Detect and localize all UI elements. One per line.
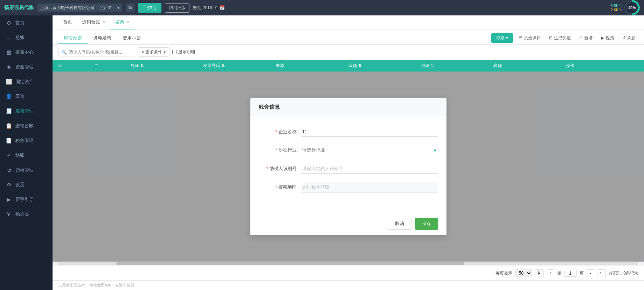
industry-select[interactable]: ∨: [301, 145, 438, 155]
inner-tab-purchase-invoice[interactable]: 进项发票: [88, 33, 117, 44]
company-name-label-text: 企业名称: [278, 129, 297, 134]
required-mark: *: [275, 147, 277, 153]
sidebar-item-settings[interactable]: ⚙ 设置: [0, 177, 53, 192]
search-box[interactable]: 🔍: [58, 48, 135, 56]
copy-icon-button[interactable]: ⧉: [126, 4, 134, 12]
inner-tab-purchase-label: 进项发票: [93, 35, 111, 41]
first-page-button[interactable]: K: [535, 269, 544, 277]
sidebar-item-label: 税务管理: [15, 137, 34, 144]
company-selector[interactable]: 上海卯金刀电子科技有限公司_（台201... ▾: [37, 4, 122, 12]
sidebar-item-archive[interactable]: 🗂 归档管理: [0, 163, 53, 177]
next-page-button[interactable]: ›: [587, 269, 594, 277]
tax-id-label: * 纳税人识别号: [259, 166, 301, 172]
source-header: 来源: [276, 63, 284, 69]
search-input[interactable]: [69, 50, 132, 55]
new-add-button[interactable]: ⊕ 新增: [576, 33, 595, 43]
assets-icon: ⬜: [6, 79, 12, 85]
inner-tab-expense[interactable]: 费用小票: [117, 33, 146, 44]
table-header: ⚙ ☐ 凭证 ⇅ 发票号码 ⇅ 来源 金额 ⇅ 税率: [53, 60, 644, 72]
filter-label: 更多条件: [145, 49, 162, 55]
page-number-input[interactable]: [564, 270, 577, 277]
video-button[interactable]: ▶ 视频: [598, 33, 617, 43]
cancel-button[interactable]: 取消: [388, 218, 411, 230]
save-button[interactable]: 保存: [415, 218, 438, 230]
table-col-action: 操作: [566, 63, 638, 69]
table-col-tax-amount: 税额: [493, 63, 566, 69]
sidebar: ⊙ 首页 ≡ 总账 ▦ 报表中心 ◈ 资金管理 ⬜ 固定资产 👤 工资: [0, 15, 53, 290]
tab-sales[interactable]: 进销台账 ✕: [77, 15, 110, 29]
app-shell: 畅康通易代账 上海卯金刀电子科技有限公司_（台201... ▾ ⧉ 工作台 切到…: [0, 0, 644, 290]
refresh-button[interactable]: ↺ 刷新: [619, 33, 638, 43]
network-info: 8.5K/s 2.6K/s: [611, 4, 622, 12]
sidebar-item-close[interactable]: ✓ 结账: [0, 148, 53, 163]
sidebar-item-label: 资金管理: [15, 64, 34, 70]
table-col-amount: 金额 ⇅: [348, 63, 421, 69]
show-detail-label: 显示明细: [178, 49, 195, 55]
required-mark: *: [275, 184, 277, 190]
page-word2: 页: [580, 270, 584, 276]
settings-icon: ⚙: [6, 182, 12, 188]
sidebar-item-label: 工资: [15, 93, 25, 100]
app-logo: 畅康通易代账: [4, 5, 34, 11]
table-col-invoice-no: 发票号码 ⇅: [203, 63, 276, 69]
sidebar-item-guide[interactable]: ▶ 新手引导: [0, 192, 53, 207]
modal-footer: 取消 保存: [250, 212, 446, 235]
upload-speed: 8.5K/s: [611, 4, 622, 8]
percent-circle: 49%: [624, 0, 640, 15]
calendar-icon[interactable]: 📅: [220, 5, 225, 10]
scrollbar-thumb[interactable]: [116, 262, 464, 265]
get-ticket-label: 取票: [496, 35, 505, 41]
horizontal-scrollbar[interactable]: [53, 262, 644, 266]
tab-invoice-close[interactable]: ✕: [126, 20, 130, 24]
per-page-select[interactable]: 50: [515, 269, 532, 277]
search-toolbar: 🔍 ▾ 更多条件 ▾ 显示明细: [53, 45, 644, 60]
prev-page-button[interactable]: ‹: [547, 269, 554, 277]
sidebar-item-ledger[interactable]: ≡ 总账: [0, 30, 53, 45]
show-detail-input[interactable]: [172, 50, 177, 54]
company-name-input[interactable]: [301, 127, 438, 137]
sidebar-item-vip[interactable]: V 畅会员: [0, 207, 53, 222]
tab-home[interactable]: 首页: [58, 15, 77, 29]
switch-old-button[interactable]: 切到旧版: [165, 3, 189, 13]
sidebar-item-tax[interactable]: 📑 税务管理: [0, 133, 53, 148]
sidebar-item-invoice[interactable]: 🧾 发票管理: [0, 104, 53, 119]
table-col-voucher: 凭证 ⇅: [131, 63, 203, 69]
sales-icon: 📋: [6, 123, 12, 129]
show-detail-checkbox[interactable]: 显示明细: [172, 49, 195, 55]
sidebar-item-home[interactable]: ⊙ 首页: [0, 15, 53, 30]
sidebar-item-assets[interactable]: ⬜ 固定资产: [0, 74, 53, 89]
more-filter-button[interactable]: ▾ 更多条件 ▾: [138, 47, 169, 57]
sidebar-item-payroll[interactable]: 👤 工资: [0, 89, 53, 104]
get-ticket-button[interactable]: 取票 ▾: [491, 33, 513, 43]
sidebar-item-sales[interactable]: 📋 进销台账: [0, 119, 53, 133]
company-arrow-icon: ▾: [117, 5, 119, 10]
industry-input[interactable]: [302, 147, 433, 153]
period-value: 2016-01: [203, 5, 218, 10]
inner-tabs: 销项发票 进项发票 费用小票 取票 ▾ ☰ 批量操作: [53, 29, 644, 45]
tax-region-row: * 报税地区 通过税号获取: [259, 182, 438, 193]
sidebar-item-funds[interactable]: ◈ 资金管理: [0, 60, 53, 74]
batch-op-button[interactable]: ☰ 批量操作: [516, 33, 543, 43]
video-label: 视频: [605, 35, 614, 41]
sidebar-item-reports[interactable]: ▦ 报表中心: [0, 45, 53, 60]
tax-id-input[interactable]: [301, 164, 438, 174]
tab-invoice[interactable]: 发票 ✕: [110, 15, 134, 29]
generate-voucher-button[interactable]: ⊞ 生成凭证: [546, 33, 574, 43]
reports-icon: ▦: [6, 49, 12, 55]
workbench-button[interactable]: 工作台: [138, 3, 161, 13]
sort-icon: ⇅: [221, 63, 225, 68]
funds-icon: ◈: [6, 64, 12, 70]
inner-tab-sales-invoice[interactable]: 销项发票: [58, 33, 88, 44]
tax-id-row: * 纳税人识别号: [259, 164, 438, 174]
inner-tab-right: 取票 ▾ ☰ 批量操作 ⊞ 生成凭证 ⊕ 新增: [491, 33, 638, 44]
voucher-icon: ⊞: [549, 35, 553, 40]
tab-sales-close[interactable]: ✕: [102, 20, 105, 24]
bottom-text-2: 税控发票400: [89, 283, 111, 288]
modal-title: 账套信息: [259, 104, 280, 110]
sidebar-item-label: 发票管理: [15, 108, 34, 114]
invoice-icon: 🧾: [6, 108, 12, 114]
sidebar-item-label: 首页: [15, 20, 25, 26]
last-page-button[interactable]: ›|: [597, 269, 606, 277]
close-account-icon: ✓: [6, 152, 12, 159]
period-label: 账期: [193, 5, 201, 11]
